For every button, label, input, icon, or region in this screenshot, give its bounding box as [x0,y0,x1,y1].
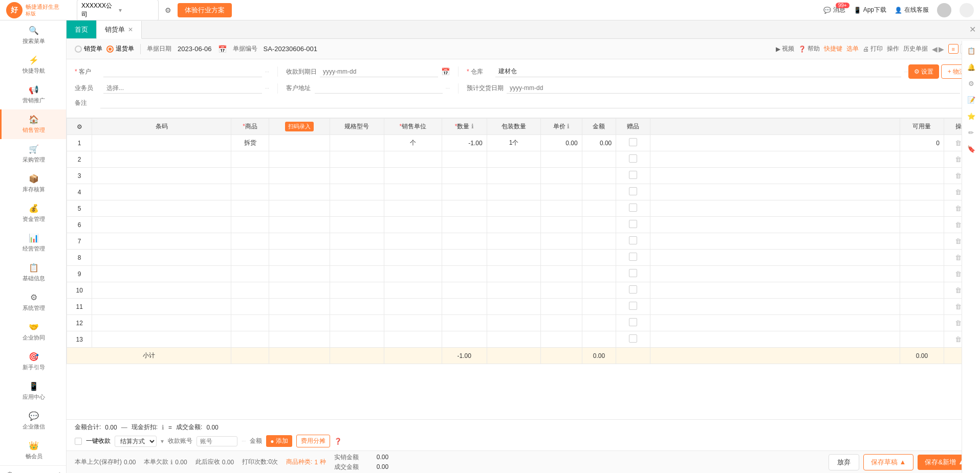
cell-qty-10[interactable] [442,299,487,315]
cell-price-1[interactable] [541,151,582,168]
cell-qty-3[interactable] [442,184,487,200]
cell-unit-2[interactable] [384,168,442,184]
sidebar-item-marketing[interactable]: 📢 营销推广 [0,80,66,109]
th-settings[interactable]: ⚙ [67,119,92,135]
tab-close-icon[interactable]: ✕ [128,26,133,33]
calendar-icon[interactable]: 📅 [218,45,227,53]
settlement-select[interactable]: 结算方式 [115,436,157,447]
tab-home[interactable]: 首页 [67,20,97,38]
cell-barcode-5[interactable] [92,217,231,233]
sidebar-item-search[interactable]: 🔍 搜索菜单 [0,20,66,50]
cell-barcode-12[interactable] [92,331,231,348]
sidebar-item-quick-nav[interactable]: ⚡ 快捷导航 [0,50,66,80]
delete-icon-1[interactable]: 🗑 [955,155,962,163]
prev-arrow[interactable]: ◀ [932,45,938,53]
sidebar-item-enterprise[interactable]: 🤝 企业协同 [0,317,66,347]
window-close-icon[interactable]: ✕ [969,25,976,34]
right-panel-item-2[interactable]: 🔔 [964,59,979,75]
customer-addr-input[interactable] [315,83,443,94]
cell-barcode-1[interactable] [92,151,231,168]
cell-gift-3[interactable] [616,184,650,200]
cell-gift-2[interactable] [616,168,650,184]
cell-unit-12[interactable] [384,331,442,348]
cell-unit-3[interactable] [384,184,442,200]
cell-price-5[interactable] [541,217,582,233]
due-date-calendar-icon[interactable]: 📅 [441,67,450,76]
cell-spec-4[interactable] [330,200,384,217]
warehouse-more-icon[interactable]: ··· [904,69,908,75]
cell-qty-11[interactable] [442,315,487,331]
avatar-2[interactable] [960,3,974,17]
right-panel-item-7[interactable]: 🔖 [964,141,979,156]
history-btn[interactable]: 历史单据 [903,44,928,53]
cell-barcode-7[interactable] [92,250,231,266]
save-draft-button[interactable]: 保存草稿 ▲ [863,454,914,470]
cell-price-11[interactable] [541,315,582,331]
sidebar-item-system[interactable]: ⚙ 系统管理 [0,287,66,317]
cell-barcode-2[interactable] [92,168,231,184]
cell-spec-1[interactable] [330,151,384,168]
select-btn[interactable]: 选单 [846,44,859,53]
cell-price-6[interactable] [541,233,582,250]
cell-product-2[interactable] [231,168,269,184]
cell-product-10[interactable] [231,299,269,315]
cell-unit-9[interactable] [384,282,442,299]
cell-gift-7[interactable] [616,250,650,266]
help-btn[interactable]: ❓ 帮助 [798,44,820,53]
print-btn[interactable]: 🖨 打印 [863,44,883,53]
cell-gift-1[interactable] [616,151,650,168]
cell-qty-6[interactable] [442,233,487,250]
cell-product-12[interactable] [231,331,269,348]
cell-spec-11[interactable] [330,315,384,331]
cell-price-8[interactable] [541,266,582,282]
right-panel-item-5[interactable]: ⭐ [964,108,979,124]
cell-qty-8[interactable] [442,266,487,282]
cell-unit-1[interactable] [384,151,442,168]
cell-gift-11[interactable] [616,315,650,331]
scan-btn[interactable]: 扫码录入 [285,122,314,131]
th-scan[interactable]: 扫码录入 [269,119,330,135]
tab-close-window[interactable]: ✕ [969,25,980,34]
sidebar-item-member[interactable]: 👑 畅会员 [0,436,66,465]
cell-qty-5[interactable] [442,217,487,233]
cell-gift-0[interactable] [616,135,650,151]
list-view-btn[interactable]: ≡ [948,44,959,54]
cell-unit-11[interactable] [384,315,442,331]
delete-icon-10[interactable]: 🗑 [955,303,962,310]
cell-spec-10[interactable] [330,299,384,315]
message-item[interactable]: 💬 消息 99+ [823,6,845,14]
cell-price-4[interactable] [541,200,582,217]
cell-price-0[interactable]: 0.00 [541,135,582,151]
app-download-item[interactable]: 📱 App下载 [854,6,886,14]
cell-gift-8[interactable] [616,266,650,282]
right-panel-item-4[interactable]: 📝 [964,92,979,107]
cell-qty-7[interactable] [442,250,487,266]
delete-icon-2[interactable]: 🗑 [955,172,962,179]
cell-price-7[interactable] [541,250,582,266]
cell-product-3[interactable] [231,184,269,200]
expense-info-icon[interactable]: ❓ [334,438,342,445]
cell-barcode-6[interactable] [92,233,231,250]
cell-price-10[interactable] [541,299,582,315]
delete-icon-0[interactable]: 🗑 [955,139,962,147]
collapse-icon[interactable]: ◀ [54,470,60,473]
cell-product-6[interactable] [231,233,269,250]
delete-icon-7[interactable]: 🗑 [955,254,962,261]
sidebar-item-operation[interactable]: 📊 经营管理 [0,228,66,258]
cell-product-9[interactable] [231,282,269,299]
right-panel-item-3[interactable]: ⚙ [964,76,979,91]
cell-price-9[interactable] [541,282,582,299]
sidebar-item-sales[interactable]: 🏠 销售管理 [0,109,66,139]
operation-btn[interactable]: 操作 [887,44,899,53]
radio-sales-order[interactable]: 销货单 [75,44,102,53]
delete-icon-11[interactable]: 🗑 [955,319,962,327]
radio-return-order[interactable]: 退货单 [106,44,134,53]
delete-icon-12[interactable]: 🗑 [955,335,962,343]
cell-unit-0[interactable]: 个 [384,135,442,151]
account-input[interactable] [197,436,237,446]
cell-product-1[interactable] [231,151,269,168]
cell-spec-12[interactable] [330,331,384,348]
cell-barcode-0[interactable] [92,135,231,151]
online-service-item[interactable]: 👤 在线客服 [895,6,929,14]
sidebar-item-app-center[interactable]: 📱 应用中心 [0,376,66,406]
